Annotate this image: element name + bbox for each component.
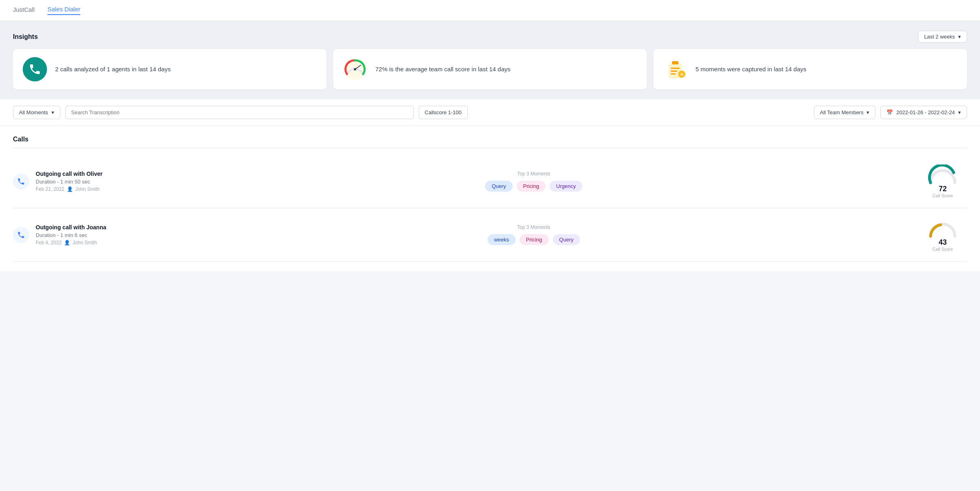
moments-tags: weeks Pricing Query — [488, 234, 580, 245]
call-score-gauge — [927, 218, 959, 238]
filters-bar: All Moments ▾ Callscore 1-100 All Team M… — [0, 99, 980, 126]
tag-query: Query — [553, 234, 580, 245]
call-duration: Duration - 1 min 6 sec — [36, 232, 149, 238]
call-name: Outgoing call with Oliver — [36, 171, 149, 177]
moments-label: Top 3 Moments — [517, 171, 550, 177]
chevron-down-icon: ▾ — [51, 109, 54, 115]
moments-area: Top 3 Moments weeks Pricing Query — [156, 224, 912, 245]
call-agent: John Smith — [75, 186, 100, 192]
gauge-icon — [343, 57, 367, 81]
agent-icon: 👤 — [67, 186, 73, 192]
chevron-down-icon: ▾ — [867, 109, 869, 115]
insights-section: Insights Last 2 weeks ▾ 2 calls analyzed… — [0, 21, 980, 99]
team-members-label: All Team Members — [820, 109, 863, 115]
moments-tags: Query Pricing Urgency — [485, 181, 582, 192]
call-info: Outgoing call with Joanna Duration - 1 m… — [36, 224, 149, 246]
svg-rect-4 — [672, 61, 678, 64]
call-score-value: 72 — [939, 185, 947, 193]
table-row[interactable]: Outgoing call with Oliver Duration - 1 m… — [13, 155, 967, 208]
call-score-value: 43 — [939, 238, 947, 247]
time-filter-label: Last 2 weeks — [924, 34, 955, 40]
date-range-select[interactable]: 📅 2022-01-26 - 2022-02-24 ▾ — [880, 106, 967, 119]
tag-urgency: Urgency — [550, 181, 582, 192]
svg-rect-7 — [671, 73, 676, 75]
chevron-down-icon: ▾ — [958, 34, 961, 40]
phone-icon — [23, 57, 47, 81]
insight-card-calls: 2 calls analyzed of 1 agents in last 14 … — [13, 49, 327, 90]
call-info: Outgoing call with Oliver Duration - 1 m… — [36, 171, 149, 192]
callscore-badge: Callscore 1-100 — [419, 106, 468, 119]
call-name: Outgoing call with Joanna — [36, 224, 149, 231]
insights-header: Insights Last 2 weeks ▾ — [13, 31, 967, 43]
call-score-label: Call Score — [933, 247, 953, 252]
insight-card-score: 72% is the average team call score in la… — [333, 49, 647, 90]
calls-section: Calls Outgoing call with Oliver Duration… — [0, 126, 980, 271]
call-duration: Duration - 1 min 50 sec — [36, 179, 149, 185]
call-meta: Feb 21, 2022 👤 John Smith — [36, 186, 149, 192]
moments-filter-label: All Moments — [19, 109, 48, 115]
insights-cards: 2 calls analyzed of 1 agents in last 14 … — [13, 49, 967, 90]
table-row[interactable]: Outgoing call with Joanna Duration - 1 m… — [13, 208, 967, 262]
outgoing-call-icon — [13, 227, 29, 243]
insights-title: Insights — [13, 33, 38, 41]
date-range-label: 2022-01-26 - 2022-02-24 — [896, 109, 955, 115]
tag-pricing: Pricing — [520, 234, 549, 245]
top-nav: JustCall Sales Dialer — [0, 0, 980, 21]
insight-calls-text: 2 calls analyzed of 1 agents in last 14 … — [55, 65, 171, 74]
moments-area: Top 3 Moments Query Pricing Urgency — [156, 171, 912, 192]
calendar-icon: 📅 — [886, 109, 893, 115]
time-filter-select[interactable]: Last 2 weeks ▾ — [918, 31, 967, 43]
svg-text:★: ★ — [680, 72, 684, 77]
calls-title: Calls — [13, 136, 967, 148]
nav-sales-dialer[interactable]: Sales Dialer — [47, 6, 80, 15]
insight-score-text: 72% is the average team call score in la… — [375, 65, 511, 74]
call-date: Feb 4, 2022 — [36, 240, 62, 246]
call-score-label: Call Score — [933, 193, 953, 198]
nav-justcall[interactable]: JustCall — [13, 6, 34, 15]
call-date: Feb 21, 2022 — [36, 186, 64, 192]
team-members-select[interactable]: All Team Members ▾ — [814, 106, 875, 119]
insight-card-moments: ★ 5 moments were captured in last 14 day… — [653, 49, 967, 90]
svg-point-2 — [354, 68, 356, 70]
outgoing-call-icon — [13, 173, 29, 190]
tag-pricing: Pricing — [517, 181, 546, 192]
score-area: 43 Call Score — [918, 218, 967, 252]
score-area: 72 Call Score — [918, 164, 967, 198]
clipboard-icon: ★ — [663, 57, 687, 81]
tag-query: Query — [485, 181, 512, 192]
chevron-down-icon: ▾ — [958, 109, 961, 115]
moments-filter-select[interactable]: All Moments ▾ — [13, 106, 60, 119]
call-score-gauge — [927, 164, 959, 185]
call-meta: Feb 4, 2022 👤 John Smith — [36, 240, 149, 246]
call-agent: John Smith — [73, 240, 97, 246]
search-transcription-input[interactable] — [65, 106, 414, 119]
tag-weeks: weeks — [488, 234, 516, 245]
moments-label: Top 3 Moments — [517, 224, 550, 230]
agent-icon: 👤 — [64, 240, 70, 246]
svg-rect-5 — [671, 68, 680, 69]
insight-moments-text: 5 moments were captured in last 14 days — [695, 65, 806, 74]
svg-rect-6 — [671, 70, 677, 72]
